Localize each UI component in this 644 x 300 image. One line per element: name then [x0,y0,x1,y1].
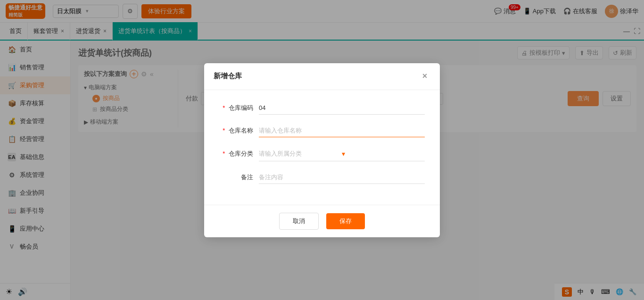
modal-header: 新增仓库 × [204,63,440,90]
chevron-down-icon: ▾ [342,150,425,158]
form-row-name: * 仓库名称 [219,124,425,137]
note-input[interactable] [259,171,425,184]
modal-title: 新增仓库 [214,72,242,81]
code-label: * 仓库编码 [219,104,253,112]
name-input[interactable] [259,124,425,137]
form-row-code: * 仓库编码 [219,101,425,115]
new-warehouse-modal: 新增仓库 × * 仓库编码 * 仓库名称 [204,63,440,237]
note-label: 备注 [219,173,253,182]
category-select[interactable]: 请输入所属分类 ▾ [259,147,425,161]
save-button[interactable]: 保存 [326,213,365,229]
name-label: * 仓库名称 [219,126,253,135]
cancel-button[interactable]: 取消 [279,213,319,230]
form-row-category: * 仓库分类 请输入所属分类 ▾ [219,147,425,161]
modal-footer: 取消 保存 [204,205,440,237]
modal-overlay: 新增仓库 × * 仓库编码 * 仓库名称 [0,0,644,300]
form-row-note: 备注 [219,171,425,184]
modal-body: * 仓库编码 * 仓库名称 * 仓库分类 请输入所属 [204,90,440,205]
modal-close-button[interactable]: × [419,71,430,82]
code-input[interactable] [259,101,425,115]
category-label: * 仓库分类 [219,150,253,158]
